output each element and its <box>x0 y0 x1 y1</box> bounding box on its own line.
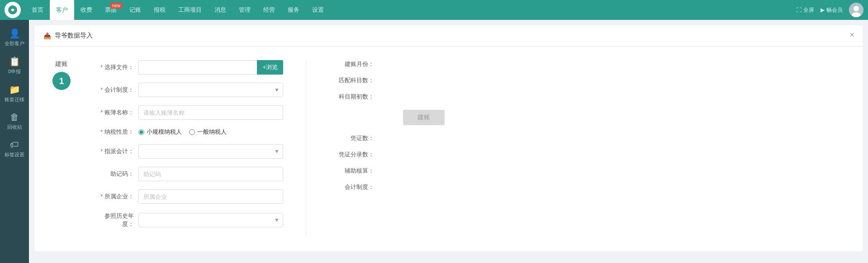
tax-type-radio-group: 小规模纳税人 一般纳税人 <box>138 128 283 136</box>
step-indicator: 建账 1 <box>52 60 71 236</box>
report-icon: 📋 <box>9 56 20 67</box>
file-label: 选择文件： <box>93 63 134 71</box>
memo-row: 助记码： <box>93 167 283 181</box>
layout: 👤 全部客户 📋 0申报 📁 账套迁移 🗑 回收站 🏷 标签设置 📤 导爷数据导… <box>0 20 868 263</box>
card-title: 导爷数据导入 <box>55 32 93 40</box>
tax-type-row: 纳税性质： 小规模纳税人 一般纳税人 <box>93 128 283 136</box>
main-content: 📤 导爷数据导入 × 建账 1 选择文件： <box>29 20 868 263</box>
accounting-system-wrapper: ▼ <box>138 83 283 97</box>
memo-input[interactable] <box>138 167 283 181</box>
all-clients-icon: 👤 <box>9 28 20 39</box>
vouchers-row: 凭证数： <box>329 134 519 142</box>
accounting-system-select[interactable] <box>138 83 283 97</box>
right-accounting-system-label: 会计制度： <box>329 183 374 191</box>
memo-label: 助记码： <box>93 170 134 178</box>
initial-subjects-row: 科目期初数： <box>329 93 519 101</box>
match-subjects-label: 匹配科目数： <box>329 76 374 85</box>
build-month-label: 建账月份： <box>329 60 374 68</box>
nav-item-invoices[interactable]: 票据 new <box>99 0 123 20</box>
nav-item-business[interactable]: 工商项目 <box>172 0 208 20</box>
initial-subjects-label: 科目期初数： <box>329 93 374 101</box>
ledger-name-input[interactable] <box>138 105 283 120</box>
accountant-select[interactable] <box>138 144 283 159</box>
logo[interactable] <box>5 2 21 18</box>
voucher-records-row: 凭证分录数： <box>329 150 519 159</box>
card: 📤 导爷数据导入 × 建账 1 选择文件： <box>34 25 863 251</box>
voucher-records-label: 凭证分录数： <box>329 150 374 159</box>
form-right: 建账月份： 匹配科目数： 科目期初数： 建账 <box>329 60 519 236</box>
step-label: 建账 <box>55 60 68 68</box>
accounting-system-label: 会计制度： <box>93 86 134 94</box>
accounting-system-row: 会计制度： ▼ <box>93 83 283 97</box>
close-button[interactable]: × <box>849 31 854 39</box>
ledger-name-row: 账簿名称： <box>93 105 283 120</box>
card-header-icon: 📤 <box>43 32 51 39</box>
vouchers-label: 凭证数： <box>329 134 374 142</box>
company-label: 所属企业： <box>93 193 134 201</box>
match-subjects-row: 匹配科目数： <box>329 76 519 85</box>
nav-item-messages[interactable]: 消息 <box>208 0 232 20</box>
sidebar-item-migrate[interactable]: 📁 账套迁移 <box>0 80 29 108</box>
nav-item-fees[interactable]: 收费 <box>74 0 99 20</box>
small-taxpayer-radio[interactable]: 小规模纳税人 <box>138 128 182 136</box>
nav-item-home[interactable]: 首页 <box>25 0 50 20</box>
nav-item-clients[interactable]: 客户 <box>50 0 74 20</box>
vip-button[interactable]: ▶ 畅会员 <box>821 6 843 14</box>
sidebar-item-all-clients[interactable]: 👤 全部客户 <box>0 23 29 52</box>
sidebar-item-trash[interactable]: 🗑 回收站 <box>0 108 29 135</box>
trash-icon: 🗑 <box>10 112 19 122</box>
card-header: 📤 导爷数据导入 <box>34 25 863 47</box>
vertical-divider <box>306 60 306 236</box>
nav-item-tax[interactable]: 报税 <box>147 0 172 20</box>
sidebar-item-report[interactable]: 📋 0申报 <box>0 52 29 80</box>
step-circle: 1 <box>52 72 71 90</box>
nav-item-services[interactable]: 服务 <box>281 0 306 20</box>
tax-type-label: 纳税性质： <box>93 128 134 136</box>
small-taxpayer-radio-input[interactable] <box>138 129 144 135</box>
general-taxpayer-radio-input[interactable] <box>189 129 195 135</box>
migrate-icon: 📁 <box>9 84 20 95</box>
nav-item-bookkeeping[interactable]: 记账 <box>123 0 147 20</box>
history-wrapper: ▼ <box>138 213 283 227</box>
aux-accounting-label: 辅助核算： <box>329 167 374 175</box>
accountant-row: 指派会计： ▼ <box>93 144 283 159</box>
avatar[interactable] <box>849 3 863 17</box>
form-area: 建账 1 选择文件： +浏览 会计制度： <box>34 47 863 250</box>
nav-item-settings[interactable]: 设置 <box>306 0 330 20</box>
fullscreen-button[interactable]: ⛶ 全屏 <box>796 6 814 14</box>
right-accounting-system-row: 会计制度： <box>329 183 519 191</box>
sidebar: 👤 全部客户 📋 0申报 📁 账套迁移 🗑 回收站 🏷 标签设置 <box>0 20 29 263</box>
accountant-wrapper: ▼ <box>138 144 283 159</box>
file-input[interactable] <box>138 60 257 75</box>
form-left: 选择文件： +浏览 会计制度： ▼ <box>93 60 283 236</box>
file-row: 选择文件： +浏览 <box>93 60 283 75</box>
vip-icon: ▶ <box>821 7 825 13</box>
new-badge: new <box>110 3 122 9</box>
nav-item-operations[interactable]: 经营 <box>257 0 281 20</box>
build-account-button[interactable]: 建账 <box>403 110 445 125</box>
nav-item-management[interactable]: 管理 <box>232 0 257 20</box>
history-label: 参照历史年度： <box>93 212 134 228</box>
file-input-row: +浏览 <box>138 60 283 75</box>
svg-point-2 <box>854 6 859 11</box>
build-month-row: 建账月份： <box>329 60 519 68</box>
fullscreen-icon: ⛶ <box>796 7 802 13</box>
ledger-name-label: 账簿名称： <box>93 108 134 117</box>
tags-icon: 🏷 <box>10 140 19 150</box>
accountant-label: 指派会计： <box>93 147 134 155</box>
browse-button[interactable]: +浏览 <box>257 60 283 75</box>
company-row: 所属企业： <box>93 189 283 204</box>
nav-right: ⛶ 全屏 ▶ 畅会员 <box>796 3 863 17</box>
history-row: 参照历史年度： ▼ <box>93 212 283 228</box>
aux-accounting-row: 辅助核算： <box>329 167 519 175</box>
history-select[interactable] <box>138 213 283 227</box>
nav-items: 首页 客户 收费 票据 new 记账 报税 工商项目 消息 管理 经营 服务 设… <box>25 0 796 20</box>
sidebar-item-tags[interactable]: 🏷 标签设置 <box>0 135 29 163</box>
company-input[interactable] <box>138 189 283 204</box>
general-taxpayer-radio[interactable]: 一般纳税人 <box>189 128 227 136</box>
top-nav: 首页 客户 收费 票据 new 记账 报税 工商项目 消息 管理 经营 服务 设… <box>0 0 868 20</box>
